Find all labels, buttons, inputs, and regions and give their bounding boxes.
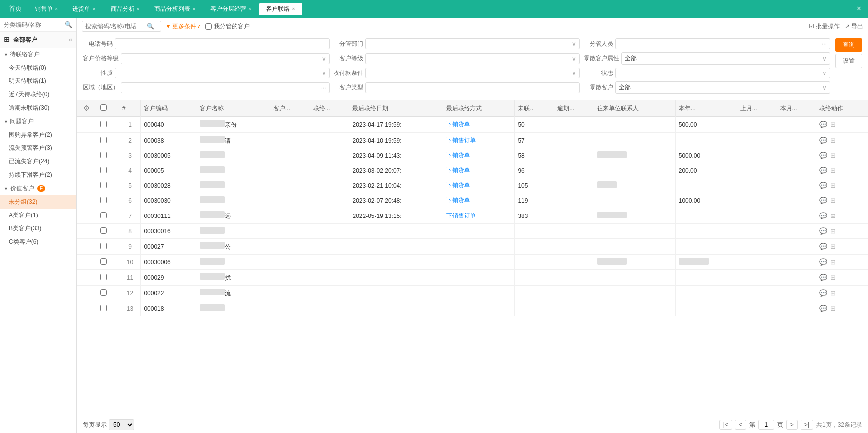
my-customers-checkbox[interactable]: 我分管的客户 bbox=[205, 22, 250, 31]
row-checkbox[interactable] bbox=[100, 243, 107, 249]
pending-contact-group[interactable]: ▼ 待联络客户 bbox=[0, 48, 76, 61]
chat-icon[interactable]: 💬 bbox=[819, 227, 827, 235]
chat-icon[interactable]: 💬 bbox=[819, 167, 827, 174]
sidebar-item-tomorrow[interactable]: 明天待联络(1) bbox=[0, 74, 76, 88]
customer-tier-select[interactable]: ∨ bbox=[365, 53, 580, 64]
sidebar-item-churn-warning[interactable]: 流失预警客户(3) bbox=[0, 142, 76, 155]
row-checkbox[interactable] bbox=[100, 121, 107, 127]
chat-icon[interactable]: 💬 bbox=[819, 212, 827, 219]
grid-icon[interactable]: ⊞ bbox=[830, 152, 836, 159]
tab-product-list[interactable]: 商品分析列表 × bbox=[147, 3, 202, 15]
sidebar-item-today[interactable]: 今天待联络(0) bbox=[0, 61, 76, 74]
first-page-button[interactable]: |< bbox=[719, 420, 732, 430]
chat-icon[interactable]: 💬 bbox=[819, 182, 827, 189]
grid-icon[interactable]: ⊞ bbox=[830, 121, 836, 128]
row-checkbox[interactable] bbox=[100, 197, 107, 203]
checkbox-header[interactable] bbox=[97, 100, 119, 117]
tab-product-analysis[interactable]: 商品分析 × bbox=[104, 3, 146, 15]
sidebar-item-class-c[interactable]: C类客户(6) bbox=[0, 235, 76, 249]
grid-icon[interactable]: ⊞ bbox=[830, 274, 836, 281]
sidebar-item-declining[interactable]: 持续下滑客户(2) bbox=[0, 168, 76, 182]
row-checkbox[interactable] bbox=[100, 227, 107, 234]
row-checkbox[interactable] bbox=[100, 258, 107, 265]
next-page-button[interactable]: > bbox=[786, 420, 798, 430]
chat-icon[interactable]: 💬 bbox=[819, 305, 827, 312]
problem-customers-group[interactable]: ▼ 问题客户 bbox=[0, 115, 76, 128]
grid-icon[interactable]: ⊞ bbox=[830, 197, 836, 204]
sidebar-item-abnormal[interactable]: 囤购异常客户(2) bbox=[0, 128, 76, 142]
more-conditions-button[interactable]: ▼ 更多条件 ∧ bbox=[165, 22, 201, 31]
chat-icon[interactable]: 💬 bbox=[819, 243, 827, 250]
chat-icon[interactable]: 💬 bbox=[819, 152, 827, 159]
chat-icon[interactable]: 💬 bbox=[819, 258, 827, 266]
close-icon[interactable]: × bbox=[292, 6, 295, 12]
status-select[interactable]: ∨ bbox=[615, 68, 830, 78]
close-all-button[interactable]: × bbox=[854, 4, 864, 13]
settings-header[interactable]: ⚙ bbox=[77, 100, 97, 117]
reset-button[interactable]: 设置 bbox=[835, 54, 862, 68]
grid-icon[interactable]: ⊞ bbox=[830, 289, 836, 297]
batch-operation-button[interactable]: ☑ 批量操作 bbox=[809, 22, 840, 31]
region-input[interactable]: ··· bbox=[121, 82, 330, 93]
grid-icon[interactable]: ⊞ bbox=[830, 243, 836, 250]
payment-select[interactable]: ∨ bbox=[365, 68, 580, 78]
sidebar-item-ungrouped[interactable]: 未分组(32) bbox=[0, 195, 76, 209]
tab-sales[interactable]: 销售单 × bbox=[28, 3, 65, 15]
search-input[interactable] bbox=[85, 23, 145, 30]
chat-icon[interactable]: 💬 bbox=[819, 289, 827, 297]
price-tier-select[interactable]: ∨ bbox=[121, 53, 330, 64]
per-page-dropdown[interactable]: 50 100 200 bbox=[109, 419, 134, 430]
row-checkbox[interactable] bbox=[100, 182, 107, 188]
grid-icon[interactable]: ⊞ bbox=[830, 258, 836, 266]
prev-page-button[interactable]: < bbox=[735, 420, 746, 430]
export-button[interactable]: ↗ 导出 bbox=[845, 22, 863, 31]
casual-customer-select[interactable]: 全部 ∨ bbox=[615, 81, 830, 94]
grid-icon[interactable]: ⊞ bbox=[830, 212, 836, 219]
row-checkbox[interactable] bbox=[100, 274, 107, 280]
chat-icon[interactable]: 💬 bbox=[819, 197, 827, 204]
page-number-input[interactable] bbox=[758, 420, 774, 430]
close-icon[interactable]: × bbox=[92, 6, 95, 12]
sidebar-item-overdue[interactable]: 逾期未联络(30) bbox=[0, 101, 76, 115]
chat-icon[interactable]: 💬 bbox=[819, 274, 827, 281]
grid-icon[interactable]: ⊞ bbox=[830, 305, 836, 312]
dept-select[interactable]: ∨ bbox=[365, 38, 580, 49]
tab-customer-tier[interactable]: 客户分层经营 × bbox=[203, 3, 258, 15]
sidebar-item-class-b[interactable]: B类客户(33) bbox=[0, 222, 76, 235]
row-checkbox[interactable] bbox=[100, 289, 107, 296]
sidebar-item-class-a[interactable]: A类客户(1) bbox=[0, 209, 76, 222]
query-button[interactable]: 查询 bbox=[835, 38, 862, 52]
sidebar-item-churned[interactable]: 已流失客户(24) bbox=[0, 155, 76, 168]
phone-input[interactable] bbox=[115, 38, 330, 49]
row-checkbox[interactable] bbox=[100, 167, 107, 173]
chat-icon[interactable]: 💬 bbox=[819, 121, 827, 128]
manager-input[interactable]: ··· bbox=[615, 38, 830, 49]
close-icon[interactable]: × bbox=[192, 6, 195, 12]
close-icon[interactable]: × bbox=[248, 6, 251, 12]
value-customers-group[interactable]: ▼ 价值客户 F bbox=[0, 182, 76, 195]
tab-purchase[interactable]: 进货单 × bbox=[66, 3, 102, 15]
last-page-button[interactable]: >| bbox=[801, 420, 813, 430]
grid-icon[interactable]: ⊞ bbox=[830, 227, 836, 235]
customer-type-input[interactable] bbox=[365, 82, 580, 93]
row-checkbox[interactable] bbox=[100, 305, 107, 311]
collapse-icon[interactable]: « bbox=[69, 36, 72, 43]
tab-customer-contact[interactable]: 客户联络 × bbox=[259, 3, 302, 15]
grid-icon[interactable]: ⊞ bbox=[830, 167, 836, 174]
row-checkbox[interactable] bbox=[100, 212, 107, 218]
category-search-input[interactable] bbox=[4, 21, 63, 28]
casual-attr-select[interactable]: 全部 ∨ bbox=[621, 52, 830, 65]
nav-home[interactable]: 首页 bbox=[4, 2, 27, 15]
settings-icon[interactable]: ⚙ bbox=[83, 104, 90, 112]
select-all-checkbox[interactable] bbox=[100, 104, 107, 111]
nature-select[interactable]: ∨ bbox=[115, 68, 330, 78]
row-checkbox[interactable] bbox=[100, 137, 107, 143]
my-customers-check[interactable] bbox=[205, 23, 212, 30]
sidebar-item-7days[interactable]: 近7天待联络(0) bbox=[0, 88, 76, 101]
close-icon[interactable]: × bbox=[55, 6, 58, 12]
row-checkbox[interactable] bbox=[100, 152, 107, 158]
chat-icon[interactable]: 💬 bbox=[819, 137, 827, 144]
all-customers-header[interactable]: ⊞ 全部客户 « bbox=[0, 32, 76, 48]
close-icon[interactable]: × bbox=[136, 6, 139, 12]
grid-icon[interactable]: ⊞ bbox=[830, 182, 836, 189]
